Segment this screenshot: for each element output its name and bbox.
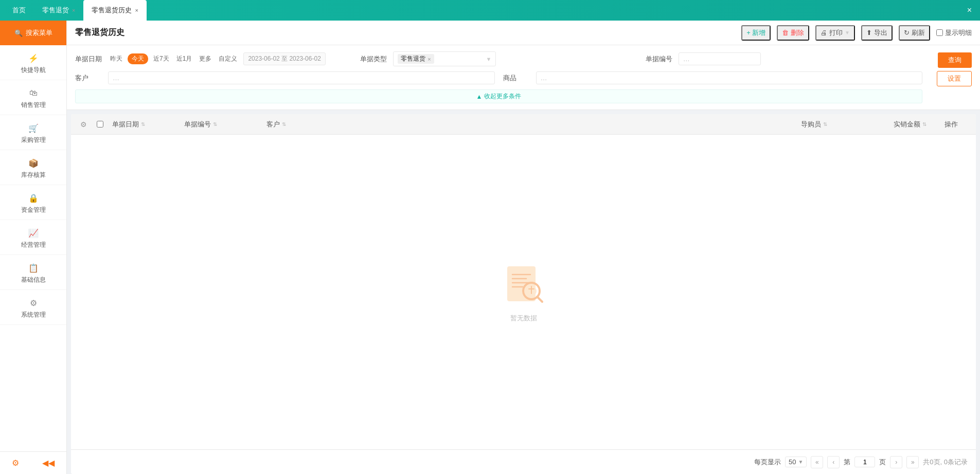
th-date-label: 单据日期 bbox=[112, 120, 139, 129]
sidebar-item-sys-mgmt[interactable]: ⚙ 系统管理 bbox=[0, 290, 66, 325]
sidebar-item-purchase-mgmt[interactable]: 🛒 采购管理 bbox=[0, 115, 66, 150]
sidebar-search-label: 搜索菜单 bbox=[26, 28, 52, 38]
prev-page-button[interactable]: ‹ bbox=[827, 456, 840, 468]
th-amount[interactable]: 实销金额 ⇅ bbox=[869, 120, 931, 129]
page-label-pre: 第 bbox=[844, 458, 850, 467]
new-button[interactable]: + 新增 bbox=[741, 25, 771, 41]
show-detail-text: 显示明细 bbox=[945, 28, 972, 38]
tab-retail-return[interactable]: 零售退货 × bbox=[34, 0, 83, 21]
goods-filter-group: 商品 … bbox=[503, 71, 923, 84]
goods-input[interactable]: … bbox=[536, 71, 923, 84]
tab-retail-return-close[interactable]: × bbox=[72, 7, 75, 13]
table-settings-icon[interactable]: ⚙ bbox=[75, 120, 92, 129]
th-action: 操作 bbox=[931, 120, 972, 129]
window-close-button[interactable]: × bbox=[963, 6, 976, 15]
tab-home[interactable]: 首页 bbox=[4, 0, 34, 21]
customer-filter-group: 客户 … bbox=[75, 71, 495, 84]
collapse-up-icon: ▲ bbox=[476, 93, 483, 100]
next-page-button[interactable]: › bbox=[890, 456, 902, 468]
th-customer-sort-icon: ⇅ bbox=[282, 121, 286, 127]
inventory-icon: 📦 bbox=[28, 157, 39, 169]
sidebar-search[interactable]: 🔍 搜索菜单 bbox=[0, 21, 66, 45]
export-label: 导出 bbox=[874, 28, 887, 38]
date-last7[interactable]: 近7天 bbox=[151, 53, 171, 64]
tab-retail-return-history[interactable]: 零售退货历史 × bbox=[83, 0, 146, 21]
doc-type-chevron-icon: ▼ bbox=[486, 56, 491, 62]
main-content: 零售退货历史 + 新增 🗑 删除 🖨 打印 ▼ ⬆ 导出 ↻ 刷新 bbox=[67, 21, 980, 474]
customer-input[interactable]: … bbox=[108, 71, 495, 84]
table-area: ⚙ 单据日期 ⇅ 单据编号 ⇅ 客户 ⇅ 导购员 ⇅ bbox=[71, 114, 976, 474]
th-guide[interactable]: 导购员 ⇅ bbox=[797, 120, 869, 129]
filter-area: 单据日期 昨天 今天 近7天 近1月 更多 自定义 2023-06-02 至 2… bbox=[67, 45, 980, 110]
sidebar-item-finance[interactable]: 🔒 资金管理 bbox=[0, 185, 66, 220]
th-date[interactable]: 单据日期 ⇅ bbox=[108, 120, 180, 129]
th-num-sort-icon: ⇅ bbox=[213, 121, 217, 127]
last-page-button[interactable]: » bbox=[906, 456, 919, 468]
export-button[interactable]: ⬆ 导出 bbox=[861, 25, 893, 41]
doc-num-filter-group: 单据编号 … bbox=[646, 52, 922, 65]
sidebar-item-inventory[interactable]: 📦 库存核算 bbox=[0, 150, 66, 185]
tab-home-label: 首页 bbox=[12, 6, 26, 15]
sidebar-item-basic-info-label: 基础信息 bbox=[21, 276, 46, 284]
customer-filter-label: 客户 bbox=[75, 74, 104, 83]
page-number-input[interactable] bbox=[854, 457, 875, 467]
delete-button[interactable]: 🗑 删除 bbox=[777, 25, 809, 41]
table-header: ⚙ 单据日期 ⇅ 单据编号 ⇅ 客户 ⇅ 导购员 ⇅ bbox=[71, 114, 976, 135]
tab-retail-return-history-label: 零售退货历史 bbox=[92, 6, 132, 15]
print-chevron-icon: ▼ bbox=[845, 30, 850, 35]
date-last-month[interactable]: 近1月 bbox=[174, 53, 194, 64]
date-custom[interactable]: 自定义 bbox=[217, 53, 239, 64]
sidebar-item-sales-mgmt[interactable]: 🛍 销售管理 bbox=[0, 80, 66, 115]
doc-type-filter-group: 单据类型 零售退货 × ▼ bbox=[360, 51, 637, 66]
doc-num-input[interactable]: … bbox=[679, 52, 761, 65]
first-page-button[interactable]: « bbox=[811, 456, 823, 468]
refresh-button[interactable]: ↻ 刷新 bbox=[899, 25, 930, 41]
total-info: 共0页, 0条记录 bbox=[923, 458, 968, 467]
filter-settings-button[interactable]: 设置 bbox=[937, 71, 972, 86]
th-customer-label: 客户 bbox=[266, 120, 280, 129]
empty-state: 暂无数据 bbox=[71, 135, 976, 449]
doc-type-tag-remove[interactable]: × bbox=[427, 56, 431, 62]
query-button[interactable]: 查询 bbox=[938, 52, 972, 68]
goods-filter-label: 商品 bbox=[503, 74, 532, 83]
date-today[interactable]: 今天 bbox=[128, 53, 148, 64]
filter-row-1: 单据日期 昨天 今天 近7天 近1月 更多 自定义 2023-06-02 至 2… bbox=[75, 51, 922, 66]
table-select-all[interactable] bbox=[92, 121, 108, 127]
sidebar-item-operations[interactable]: 📈 经营管理 bbox=[0, 220, 66, 255]
doc-type-select[interactable]: 零售退货 × ▼ bbox=[393, 51, 496, 66]
th-num[interactable]: 单据编号 ⇅ bbox=[180, 120, 262, 129]
th-guide-label: 导购员 bbox=[801, 120, 821, 129]
th-date-sort-icon: ⇅ bbox=[141, 121, 145, 127]
date-filter-label: 单据日期 bbox=[75, 54, 104, 64]
page-size-label: 每页显示 bbox=[754, 458, 781, 467]
th-amount-sort-icon: ⇅ bbox=[922, 121, 926, 127]
date-yesterday[interactable]: 昨天 bbox=[108, 53, 124, 64]
print-button[interactable]: 🖨 打印 ▼ bbox=[815, 25, 855, 41]
sidebar-item-basic-info[interactable]: 📋 基础信息 bbox=[0, 255, 66, 290]
th-customer[interactable]: 客户 ⇅ bbox=[262, 120, 797, 129]
doc-type-tag: 零售退货 × bbox=[398, 54, 434, 64]
select-all-checkbox[interactable] bbox=[97, 121, 103, 127]
tab-retail-return-label: 零售退货 bbox=[42, 6, 69, 15]
page-size-select[interactable]: 50 ▼ bbox=[785, 457, 807, 467]
show-detail-checkbox[interactable] bbox=[936, 29, 943, 36]
sales-mgmt-icon: 🛍 bbox=[28, 87, 39, 99]
pagination-bar: 每页显示 50 ▼ « ‹ 第 页 › » 共0页, 0条记录 bbox=[71, 449, 976, 474]
date-filter-group: 单据日期 昨天 今天 近7天 近1月 更多 自定义 2023-06-02 至 2… bbox=[75, 52, 352, 65]
sidebar-volume-button[interactable]: ◀◀ bbox=[38, 456, 59, 470]
sidebar-item-quick-nav[interactable]: ⚡ 快捷导航 bbox=[0, 45, 66, 80]
date-more[interactable]: 更多 bbox=[197, 53, 213, 64]
basic-info-icon: 📋 bbox=[28, 262, 39, 274]
doc-num-label: 单据编号 bbox=[646, 54, 674, 64]
sidebar-item-sys-mgmt-label: 系统管理 bbox=[21, 311, 46, 319]
empty-state-icon bbox=[498, 261, 549, 307]
show-detail-label[interactable]: 显示明细 bbox=[936, 28, 972, 38]
operations-icon: 📈 bbox=[28, 227, 39, 239]
sidebar-settings-button[interactable]: ⚙ bbox=[8, 456, 23, 470]
th-guide-sort-icon: ⇅ bbox=[823, 121, 827, 127]
date-range-display[interactable]: 2023-06-02 至 2023-06-02 bbox=[243, 52, 325, 65]
tab-retail-return-history-close[interactable]: × bbox=[135, 7, 138, 13]
svg-line-7 bbox=[537, 297, 542, 302]
collapse-button[interactable]: ▲ 收起更多条件 bbox=[75, 89, 922, 103]
page-size-chevron-icon: ▼ bbox=[798, 459, 803, 465]
